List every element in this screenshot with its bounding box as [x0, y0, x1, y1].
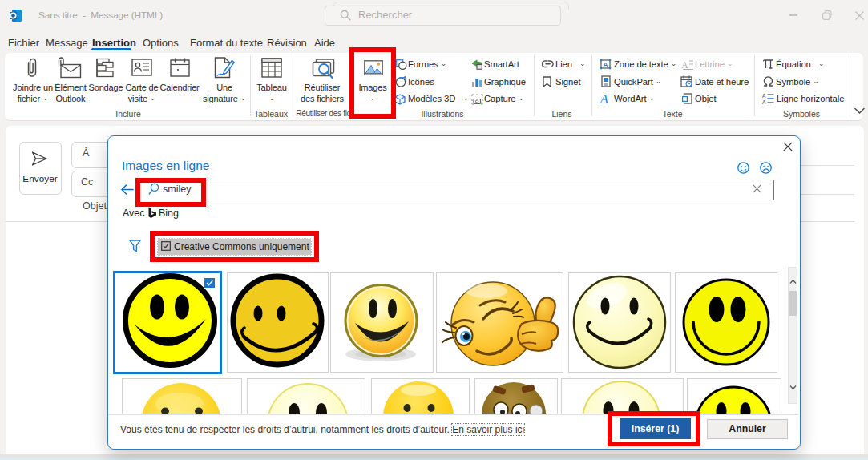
- svg-text:A: A: [603, 61, 608, 69]
- svg-text:A: A: [762, 99, 766, 104]
- svg-text:A: A: [762, 93, 766, 99]
- svg-text:A: A: [681, 59, 688, 70]
- svg-text:A: A: [600, 92, 608, 105]
